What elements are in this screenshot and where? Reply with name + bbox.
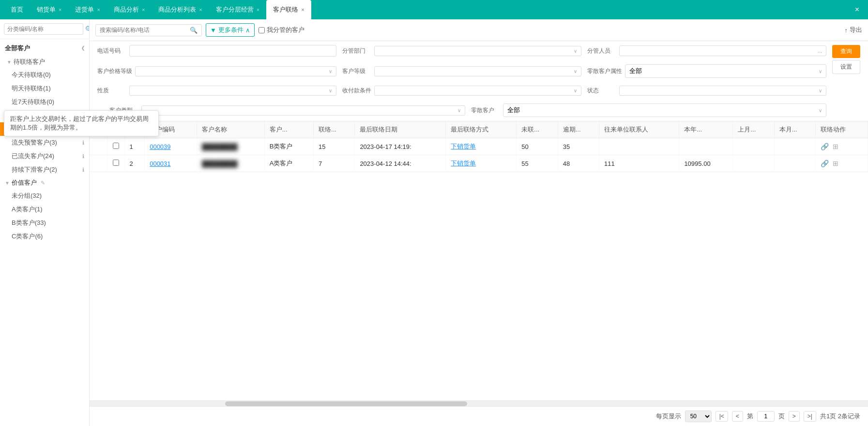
close-customer-tier-icon[interactable]: × bbox=[257, 7, 259, 13]
th-level[interactable]: 客户... bbox=[264, 121, 313, 138]
info-icon-2[interactable]: ℹ bbox=[82, 140, 84, 146]
phone-input[interactable] bbox=[129, 45, 336, 57]
th-this-year[interactable]: 本年... bbox=[679, 121, 733, 138]
customer-type-select[interactable]: ∨ bbox=[141, 105, 465, 116]
close-sales-order-icon[interactable]: × bbox=[59, 7, 61, 13]
th-last-contact-way[interactable]: 最后联络方式 bbox=[446, 121, 517, 138]
price-level-label: 客户价格等级 bbox=[97, 67, 132, 75]
close-product-analysis-list-icon[interactable]: × bbox=[199, 7, 202, 13]
td-name-2[interactable]: ████████ bbox=[197, 155, 264, 172]
nav-product-analysis-list[interactable]: 商品分析列表 × bbox=[152, 0, 209, 19]
price-level-select[interactable]: ∨ bbox=[135, 66, 336, 76]
search-input[interactable] bbox=[100, 27, 190, 33]
gender-select[interactable]: ∨ bbox=[129, 86, 336, 96]
more-filter-button[interactable]: ▼ 更多条件 ∧ bbox=[206, 23, 255, 37]
customer-level-label: 客户等级 bbox=[342, 67, 371, 75]
th-this-month[interactable]: 本月... bbox=[774, 121, 815, 138]
sidebar-collapse-icon[interactable]: 《 bbox=[79, 45, 84, 52]
sidebar-group-pending[interactable]: ▼ 待联络客户 bbox=[0, 56, 89, 68]
row-actions-1: 🔗 ⊞ bbox=[821, 143, 863, 150]
sidebar-value-group[interactable]: ▼ 价值客户 ✎ bbox=[0, 176, 89, 189]
sidebar-item-ungroup[interactable]: 未分组(32) bbox=[0, 189, 89, 203]
th-overdue[interactable]: 逾期... bbox=[558, 121, 599, 138]
th-unit-contacts[interactable]: 往来单位联系人 bbox=[599, 121, 679, 138]
sidebar-item-declining[interactable]: 持续下滑客户(2) ℹ bbox=[0, 163, 89, 176]
info-icon-3[interactable]: ℹ bbox=[82, 153, 84, 160]
my-customer-checkbox[interactable] bbox=[259, 27, 265, 33]
export-button[interactable]: ↑ 导出 bbox=[845, 26, 863, 34]
th-uncontacted[interactable]: 未联... bbox=[517, 121, 558, 138]
td-checkbox-1[interactable] bbox=[107, 138, 124, 155]
th-last-month[interactable]: 上月... bbox=[733, 121, 774, 138]
th-contact[interactable]: 联络... bbox=[314, 121, 355, 138]
nav-customer-tier[interactable]: 客户分层经营 × bbox=[209, 0, 266, 19]
retail-customer-select[interactable]: 全部 ∨ bbox=[503, 103, 826, 117]
horizontal-scrollbar[interactable] bbox=[90, 400, 868, 406]
row-checkbox-1[interactable] bbox=[113, 143, 119, 149]
th-name[interactable]: 客户名称 bbox=[197, 121, 264, 138]
sidebar-item-class-a[interactable]: A类客户(1) bbox=[0, 203, 89, 216]
retail-attr-select[interactable]: 全部 ∨ bbox=[625, 64, 826, 78]
my-customer-checkbox-label[interactable]: 我分管的客户 bbox=[259, 26, 305, 34]
sidebar-search-icon[interactable]: 🔍 bbox=[85, 26, 90, 33]
contact-icon-1[interactable]: 🔗 bbox=[821, 143, 829, 150]
row-actions-2: 🔗 ⊞ bbox=[821, 160, 863, 167]
sidebar-item-class-b[interactable]: B类客户(33) bbox=[0, 216, 89, 230]
td-code-1[interactable]: 000039 bbox=[145, 138, 197, 155]
filter-row-3: 性质 ∨ 收付款条件 ∨ bbox=[97, 86, 826, 96]
dept-select[interactable]: ∨ bbox=[374, 46, 581, 56]
info-icon-4[interactable]: ℹ bbox=[82, 167, 84, 173]
sidebar-item-today-pending[interactable]: 今天待联络(0) bbox=[0, 68, 89, 82]
td-last-way-2[interactable]: 下销货单 bbox=[446, 155, 517, 172]
sidebar-all-customers[interactable]: 全部客户 《 bbox=[0, 41, 89, 56]
td-last-way-1[interactable]: 下销货单 bbox=[446, 138, 517, 155]
payment-select[interactable]: ∨ bbox=[374, 86, 581, 96]
chevron-down-icon-7: ∨ bbox=[819, 88, 822, 93]
first-page-button[interactable]: |< bbox=[716, 411, 728, 422]
row-checkbox-2[interactable] bbox=[113, 160, 119, 166]
nav-purchase-order[interactable]: 进货单 × bbox=[68, 0, 107, 19]
sidebar-item-class-c[interactable]: C类客户(6) bbox=[0, 230, 89, 243]
prev-page-button[interactable]: < bbox=[732, 411, 743, 422]
customer-level-select[interactable]: ∨ bbox=[374, 66, 581, 76]
sidebar-search-input[interactable] bbox=[4, 23, 83, 35]
next-page-button[interactable]: > bbox=[789, 411, 800, 422]
content-area: 🔍 ▼ 更多条件 ∧ 我分管的客户 ↑ 导出 bbox=[90, 19, 868, 426]
edit-icon[interactable]: ✎ bbox=[41, 180, 45, 186]
page-input[interactable]: 1 bbox=[757, 411, 775, 422]
td-action-2: 🔗 ⊞ bbox=[816, 155, 868, 172]
settings-button[interactable]: 设置 bbox=[832, 60, 860, 74]
query-button[interactable]: 查询 bbox=[832, 45, 860, 58]
td-settings-1 bbox=[90, 138, 107, 155]
nav-sales-order[interactable]: 销货单 × bbox=[30, 0, 68, 19]
sidebar-item-churned[interactable]: 已流失客户(24) ℹ bbox=[0, 149, 89, 163]
person-select[interactable]: ... bbox=[619, 45, 826, 56]
close-purchase-order-icon[interactable]: × bbox=[97, 7, 100, 13]
search-icon[interactable]: 🔍 bbox=[190, 27, 198, 34]
more-icon-2[interactable]: ⊞ bbox=[833, 160, 838, 167]
sidebar-item-tomorrow-pending[interactable]: 明天待联络(1) bbox=[0, 82, 89, 95]
td-settings-2 bbox=[90, 155, 107, 172]
td-checkbox-2[interactable] bbox=[107, 155, 124, 172]
close-product-analysis-icon[interactable]: × bbox=[142, 7, 145, 13]
export-icon: ↑ bbox=[845, 27, 848, 34]
window-close-button[interactable]: × bbox=[850, 5, 864, 14]
more-icon-1[interactable]: ⊞ bbox=[833, 143, 838, 150]
nav-home[interactable]: 首页 bbox=[4, 0, 30, 19]
td-this-year-1 bbox=[679, 138, 733, 155]
scrollbar-thumb[interactable] bbox=[225, 401, 467, 406]
nav-customer-contact[interactable]: 客户联络 × bbox=[266, 0, 311, 19]
sidebar-item-churn-warning[interactable]: 流失预警客户(3) ℹ bbox=[0, 136, 89, 149]
sidebar-item-week-pending[interactable]: 近7天待联络(0) bbox=[0, 95, 89, 109]
status-select[interactable]: ∨ bbox=[619, 86, 826, 96]
th-last-contact-date[interactable]: 最后联络日期 bbox=[355, 121, 446, 138]
value-arrow-icon: ▼ bbox=[5, 180, 10, 186]
close-customer-contact-icon[interactable]: × bbox=[301, 7, 304, 13]
td-this-year-2: 10995.00 bbox=[679, 155, 733, 172]
td-code-2[interactable]: 000031 bbox=[145, 155, 197, 172]
contact-icon-2[interactable]: 🔗 bbox=[821, 160, 829, 167]
nav-product-analysis[interactable]: 商品分析 × bbox=[107, 0, 152, 19]
td-name-1[interactable]: ████████ bbox=[197, 138, 264, 155]
last-page-button[interactable]: >| bbox=[804, 411, 816, 422]
per-page-select[interactable]: 50 20 100 bbox=[685, 411, 712, 422]
